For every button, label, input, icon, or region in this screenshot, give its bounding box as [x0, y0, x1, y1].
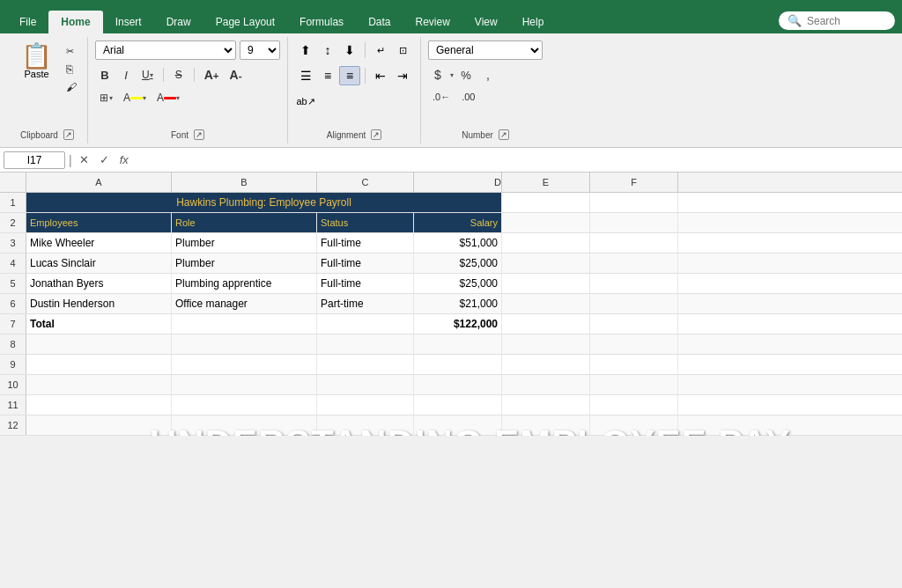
header-cell-a2[interactable]: Employees — [26, 213, 172, 232]
cell-reference-input[interactable] — [4, 151, 65, 169]
cell-b9[interactable] — [172, 355, 317, 374]
insert-function-button[interactable]: fx — [116, 153, 132, 166]
tab-review[interactable]: Review — [403, 11, 462, 33]
cell-f4[interactable] — [590, 254, 678, 273]
percent-button[interactable]: % — [456, 67, 476, 84]
cell-a6[interactable]: Dustin Henderson — [26, 294, 172, 313]
cell-a7[interactable]: Total — [26, 314, 172, 334]
increase-indent-button[interactable]: ⇥ — [392, 66, 413, 85]
cell-a9[interactable] — [26, 355, 172, 374]
cell-d11[interactable] — [414, 395, 502, 415]
cell-f6[interactable] — [590, 294, 678, 313]
col-header-f[interactable]: F — [590, 173, 678, 192]
cell-d9[interactable] — [414, 355, 502, 374]
cell-f7[interactable] — [590, 314, 678, 334]
wrap-text-button[interactable]: ↵ — [370, 40, 391, 60]
cell-f10[interactable] — [590, 375, 678, 394]
font-name-select[interactable]: Arial — [95, 40, 236, 60]
font-expand-icon[interactable]: ↗ — [194, 129, 204, 140]
cell-f9[interactable] — [590, 355, 678, 374]
align-bottom-button[interactable]: ⬇ — [339, 40, 360, 60]
cell-a11[interactable] — [26, 395, 172, 415]
strikethrough-button[interactable]: S — [169, 67, 189, 83]
cell-e11[interactable] — [502, 395, 590, 415]
font-size-decrease-button[interactable]: A- — [226, 66, 247, 84]
cell-e6[interactable] — [502, 294, 590, 313]
tab-page-layout[interactable]: Page Layout — [203, 11, 287, 33]
col-header-b[interactable]: B — [172, 173, 317, 192]
cut-button[interactable]: ✂ — [63, 44, 80, 59]
cell-e5[interactable] — [502, 274, 590, 293]
tab-home[interactable]: Home — [48, 11, 102, 33]
cell-f1[interactable] — [590, 193, 678, 212]
tab-view[interactable]: View — [462, 11, 510, 33]
merge-center-button[interactable]: ⊡ — [392, 40, 413, 60]
cell-d4[interactable]: $25,000 — [414, 254, 502, 273]
cell-c3[interactable]: Full-time — [317, 233, 414, 253]
cell-c4[interactable]: Full-time — [317, 254, 414, 273]
format-painter-button[interactable]: 🖌 — [63, 79, 80, 95]
cell-e7[interactable] — [502, 314, 590, 334]
tab-help[interactable]: Help — [510, 11, 557, 33]
cell-c8[interactable] — [317, 334, 414, 354]
underline-button[interactable]: U ▾ — [137, 67, 158, 83]
borders-button[interactable]: ⊞▾ — [95, 90, 117, 106]
cell-c5[interactable]: Full-time — [317, 274, 414, 293]
col-header-d[interactable]: D — [414, 173, 502, 192]
header-cell-b2[interactable]: Role — [172, 213, 317, 232]
cell-b8[interactable] — [172, 334, 317, 354]
formula-input[interactable] — [136, 152, 898, 168]
cell-b6[interactable]: Office manager — [172, 294, 317, 313]
decrease-decimal-button[interactable]: .0← — [428, 90, 455, 104]
cell-d7[interactable]: $122,000 — [414, 314, 502, 334]
cell-b12[interactable] — [172, 415, 317, 435]
cell-a3[interactable]: Mike Wheeler — [26, 233, 172, 253]
align-center-button[interactable]: ≡ — [317, 66, 338, 85]
cell-e8[interactable] — [502, 334, 590, 354]
cell-f12[interactable] — [590, 415, 678, 435]
cell-d10[interactable] — [414, 375, 502, 394]
header-cell-c2[interactable]: Status — [317, 213, 414, 232]
cell-e9[interactable] — [502, 355, 590, 374]
paste-button[interactable]: 📋 Paste — [14, 40, 59, 83]
cell-c7[interactable] — [317, 314, 414, 334]
fill-color-button[interactable]: A ▾ — [119, 90, 151, 106]
cell-b7[interactable] — [172, 314, 317, 334]
col-header-c[interactable]: C — [317, 173, 414, 192]
cell-e10[interactable] — [502, 375, 590, 394]
number-expand-icon[interactable]: ↗ — [499, 129, 509, 140]
cell-e4[interactable] — [502, 254, 590, 273]
cell-a10[interactable] — [26, 375, 172, 394]
cell-d12[interactable] — [414, 415, 502, 435]
cell-c6[interactable]: Part-time — [317, 294, 414, 313]
cell-e3[interactable] — [502, 233, 590, 253]
cell-d6[interactable]: $21,000 — [414, 294, 502, 313]
search-input[interactable] — [807, 15, 886, 27]
col-header-e[interactable]: E — [502, 173, 590, 192]
italic-button[interactable]: I — [116, 67, 136, 84]
cell-f8[interactable] — [590, 334, 678, 354]
cell-b3[interactable]: Plumber — [172, 233, 317, 253]
font-color-button[interactable]: A ▾ — [152, 90, 184, 106]
align-middle-button[interactable]: ↕ — [317, 40, 338, 60]
title-cell[interactable]: Hawkins Plumbing: Employee Payroll — [26, 193, 502, 212]
increase-decimal-button[interactable]: .00 — [457, 90, 479, 104]
tab-insert[interactable]: Insert — [103, 11, 154, 33]
cell-f11[interactable] — [590, 395, 678, 415]
col-header-a[interactable]: A — [26, 173, 172, 192]
cell-a4[interactable]: Lucas Sinclair — [26, 254, 172, 273]
cell-f2[interactable] — [590, 213, 678, 232]
cell-b10[interactable] — [172, 375, 317, 394]
currency-button[interactable]: $ — [428, 66, 447, 84]
cell-d5[interactable]: $25,000 — [414, 274, 502, 293]
clipboard-expand-icon[interactable]: ↗ — [63, 129, 74, 140]
cell-a12[interactable] — [26, 415, 172, 435]
number-format-select[interactable]: General — [428, 40, 543, 60]
cell-f5[interactable] — [590, 274, 678, 293]
cell-a8[interactable] — [26, 334, 172, 354]
copy-button[interactable]: ⎘ — [63, 61, 80, 77]
align-top-button[interactable]: ⬆ — [295, 40, 316, 60]
font-size-increase-button[interactable]: A+ — [200, 66, 224, 84]
search-box[interactable]: 🔍 — [779, 11, 895, 30]
font-size-select[interactable]: 9 — [240, 40, 280, 60]
